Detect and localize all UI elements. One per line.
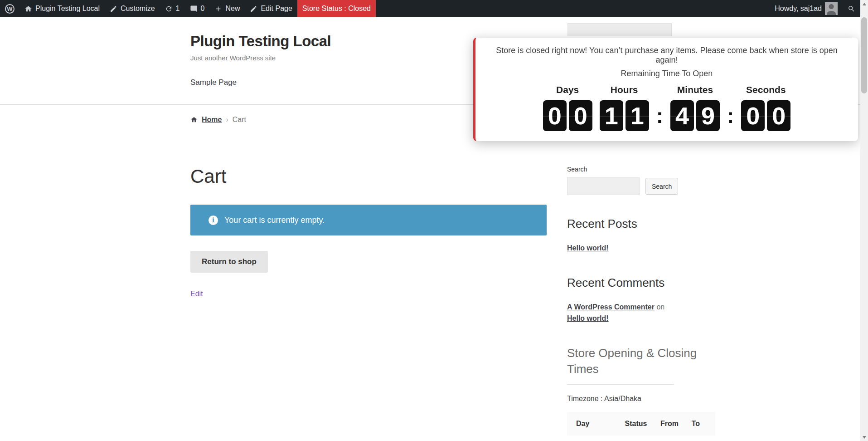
admin-bar-right: Howdy, saj1ad bbox=[770, 0, 860, 17]
avatar bbox=[825, 2, 838, 15]
scrollbar[interactable] bbox=[860, 0, 868, 441]
search-widget: Search Search bbox=[567, 166, 715, 195]
admin-bar-left: W Plugin Testing Local Customize 1 0 New… bbox=[0, 0, 376, 17]
flip-digit: 1 bbox=[626, 100, 649, 131]
scrollbar-down-arrow[interactable] bbox=[860, 433, 868, 441]
wp-logo-button[interactable]: W bbox=[0, 0, 19, 17]
flip-digit: 0 bbox=[767, 100, 790, 131]
countdown-subtitle: Remaining Time To Open bbox=[485, 69, 849, 78]
table-header-row: Day Status From To bbox=[567, 412, 715, 436]
store-times-title: Store Opening & Closing Times bbox=[567, 345, 715, 377]
table-row: Monday Open 00:00 14:00 bbox=[567, 436, 715, 441]
admin-bar-search-button[interactable] bbox=[843, 0, 860, 17]
search-widget-label: Search bbox=[567, 166, 715, 173]
admin-bar-update-count: 1 bbox=[176, 5, 180, 13]
comment-connector: on bbox=[656, 303, 664, 311]
admin-bar: W Plugin Testing Local Customize 1 0 New… bbox=[0, 0, 860, 17]
admin-bar-customize-label: Customize bbox=[121, 5, 155, 13]
home-icon bbox=[190, 116, 198, 123]
table-header-to: To bbox=[692, 412, 715, 436]
flip-digit: 9 bbox=[696, 100, 720, 131]
return-to-shop-button[interactable]: Return to shop bbox=[190, 251, 268, 273]
store-status-label: Store Status : Closed bbox=[302, 5, 371, 13]
table-header-from: From bbox=[660, 412, 692, 436]
admin-bar-my-account[interactable]: Howdy, saj1ad bbox=[770, 0, 843, 17]
store-closed-popup: Store is closed right now! You can’t pur… bbox=[473, 38, 858, 141]
countdown-minutes-label: Minutes bbox=[677, 84, 713, 95]
admin-bar-comment-count: 0 bbox=[201, 5, 205, 13]
flip-digit: 0 bbox=[543, 100, 567, 131]
admin-bar-edit-page-label: Edit Page bbox=[261, 5, 292, 13]
pencil-icon bbox=[110, 5, 117, 13]
admin-bar-new-label: New bbox=[225, 5, 240, 13]
recent-posts-widget: Recent Posts Hello world! bbox=[567, 216, 715, 254]
page-title: Cart bbox=[190, 166, 547, 187]
table-header-status: Status bbox=[625, 412, 660, 436]
store-times-widget: Store Opening & Closing Times Timezone :… bbox=[567, 345, 715, 441]
cell-status: Open bbox=[625, 436, 660, 441]
countdown-hours: Hours 1 1 bbox=[600, 84, 649, 131]
nav-item-sample-page[interactable]: Sample Page bbox=[190, 78, 237, 87]
divider bbox=[567, 384, 674, 385]
cell-to: 14:00 bbox=[692, 436, 715, 441]
countdown-timer: Days 0 0 Hours 1 1 : Minutes 4 9 : Secon… bbox=[485, 84, 849, 131]
main-content: Cart i Your cart is currently empty. Ret… bbox=[190, 166, 547, 298]
flip-digit: 1 bbox=[600, 100, 623, 131]
home-icon bbox=[24, 5, 32, 13]
cell-from: 00:00 bbox=[660, 436, 692, 441]
admin-bar-new[interactable]: New bbox=[209, 0, 245, 17]
search-button[interactable]: Search bbox=[645, 178, 678, 195]
admin-bar-site-name[interactable]: Plugin Testing Local bbox=[19, 0, 105, 17]
admin-bar-store-status-badge[interactable]: Store Status : Closed bbox=[297, 0, 376, 17]
wordpress-logo-icon: W bbox=[5, 4, 15, 14]
info-icon: i bbox=[209, 216, 218, 225]
recent-post-link[interactable]: Hello world! bbox=[567, 244, 609, 252]
cell-day: Monday bbox=[567, 436, 625, 441]
list-item: Hello world! bbox=[567, 243, 715, 254]
breadcrumb-separator: › bbox=[226, 116, 228, 124]
recent-posts-title: Recent Posts bbox=[567, 216, 715, 232]
comment-icon bbox=[190, 5, 198, 13]
countdown-seconds-label: Seconds bbox=[746, 84, 786, 95]
countdown-colon: : bbox=[727, 105, 734, 126]
cart-empty-notice: i Your cart is currently empty. bbox=[190, 205, 547, 235]
store-closed-message: Store is closed right now! You can’t pur… bbox=[485, 46, 849, 65]
countdown-colon: : bbox=[656, 105, 663, 126]
table-header-day: Day bbox=[567, 412, 625, 436]
scrollbar-up-arrow[interactable] bbox=[860, 0, 868, 8]
flip-digit: 4 bbox=[670, 100, 694, 131]
breadcrumb-current: Cart bbox=[233, 116, 246, 124]
list-item: A WordPress Commenter on Hello world! bbox=[567, 302, 677, 324]
howdy-label: Howdy, saj1ad bbox=[775, 5, 822, 13]
countdown-days-label: Days bbox=[556, 84, 579, 95]
sidebar: Search Search Recent Posts Hello world! … bbox=[567, 166, 715, 441]
pencil-icon bbox=[250, 5, 257, 13]
update-icon bbox=[165, 5, 173, 13]
countdown-hours-label: Hours bbox=[611, 84, 638, 95]
timezone-label: Timezone : Asia/Dhaka bbox=[567, 395, 715, 403]
flip-digit: 0 bbox=[741, 100, 765, 131]
header-search-input[interactable] bbox=[567, 23, 672, 36]
flip-digit: 0 bbox=[569, 100, 592, 131]
comment-author-link[interactable]: A WordPress Commenter bbox=[567, 303, 655, 311]
admin-bar-comments[interactable]: 0 bbox=[185, 0, 210, 17]
countdown-seconds: Seconds 0 0 bbox=[741, 84, 790, 131]
countdown-days: Days 0 0 bbox=[543, 84, 592, 131]
admin-bar-updates[interactable]: 1 bbox=[160, 0, 185, 17]
cart-empty-notice-text: Your cart is currently empty. bbox=[224, 216, 325, 225]
search-input[interactable] bbox=[567, 177, 640, 195]
store-times-table: Day Status From To Monday Open 00:00 14:… bbox=[567, 412, 715, 441]
admin-bar-customize[interactable]: Customize bbox=[105, 0, 160, 17]
search-icon bbox=[848, 5, 855, 13]
countdown-minutes: Minutes 4 9 bbox=[670, 84, 720, 131]
breadcrumb-home-link[interactable]: Home bbox=[202, 116, 222, 124]
admin-bar-site-name-label: Plugin Testing Local bbox=[35, 5, 100, 13]
recent-comments-title: Recent Comments bbox=[567, 275, 715, 291]
recent-comments-widget: Recent Comments A WordPress Commenter on… bbox=[567, 275, 715, 324]
plus-icon bbox=[214, 5, 222, 13]
admin-bar-edit-page[interactable]: Edit Page bbox=[245, 0, 297, 17]
comment-post-link[interactable]: Hello world! bbox=[567, 314, 609, 322]
scrollbar-thumb[interactable] bbox=[861, 17, 867, 93]
edit-link[interactable]: Edit bbox=[190, 290, 203, 298]
